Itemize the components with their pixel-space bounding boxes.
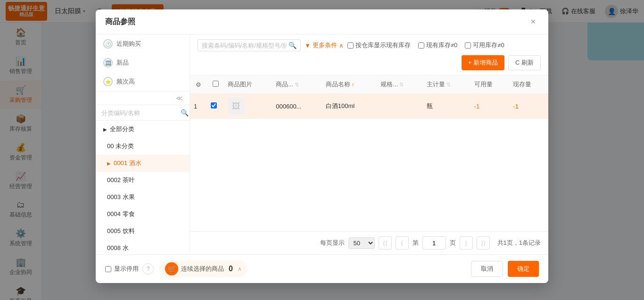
- category-search-icon[interactable]: 🔍: [181, 109, 189, 117]
- table-row[interactable]: 1 🖼 000600... 白酒100ml: [190, 94, 548, 119]
- modal-body: 🕐 近期购买 🆕 新品 ⭐ 频次高: [96, 34, 548, 254]
- toolbar-actions: + 新增商品 C 刷新: [462, 55, 541, 70]
- left-panel: 🕐 近期购买 🆕 新品 ⭐ 频次高: [96, 34, 190, 254]
- col-stock: 现存量: [509, 75, 548, 94]
- show-disabled-checkbox[interactable]: 显示停用: [105, 265, 139, 273]
- recent-label: 近期购买: [116, 40, 141, 48]
- col-code[interactable]: 商品...: [272, 75, 322, 94]
- star-icon: ⭐: [103, 77, 113, 86]
- modal-footer: 显示停用 ? 🛒 连续选择的商品 0 ∧ 取消 确定: [96, 254, 548, 283]
- add-product-button[interactable]: + 新增商品: [462, 55, 504, 70]
- category-beverages[interactable]: 0005 饮料: [96, 223, 190, 240]
- category-search-input[interactable]: [101, 109, 181, 117]
- footer-left: 显示停用: [105, 265, 139, 273]
- recent-icon: 🕐: [103, 39, 113, 49]
- filter-more-button[interactable]: ▼ 更多条件 ∧: [305, 41, 344, 50]
- page-next-button[interactable]: ⟩: [460, 236, 473, 250]
- col-name[interactable]: 商品名称: [322, 75, 377, 94]
- right-panel: 🔍 ▼ 更多条件 ∧ 按仓库显示现有库存: [190, 34, 548, 254]
- col-checkbox: [207, 75, 224, 94]
- col-spec[interactable]: 规格...: [377, 75, 423, 94]
- cancel-button[interactable]: 取消: [471, 261, 503, 277]
- row-index: 1: [190, 94, 207, 119]
- category-tea[interactable]: 0002 茶叶: [96, 172, 190, 189]
- show-disabled-label: 显示停用: [114, 265, 139, 273]
- checkbox-warehouse-label: 按仓库显示现有库存: [355, 41, 411, 50]
- product-search-box: 🔍: [198, 39, 301, 51]
- modal-overlay: 商品参照 × 🕐 近期购买 🆕 新品: [0, 0, 644, 300]
- product-search-icon[interactable]: 🔍: [289, 42, 297, 49]
- col-image: 商品图片: [224, 75, 272, 94]
- checkbox-warehouse-input[interactable]: [347, 42, 354, 49]
- checkbox-available-label: 可用库存≠0: [473, 41, 504, 50]
- pagination-total: 共1页，1条记录: [497, 239, 541, 247]
- category-all[interactable]: ▶ 全部分类: [96, 121, 190, 138]
- filter-checkboxes: 按仓库显示现有库存 现有库存≠0 可用库存≠0: [347, 41, 504, 50]
- col-settings[interactable]: ⚙: [190, 75, 207, 94]
- frequent-label: 频次高: [116, 77, 135, 86]
- search-toolbar: 🔍 ▼ 更多条件 ∧ 按仓库显示现有库存: [190, 34, 548, 75]
- checkbox-stock-label: 现有库存≠0: [426, 41, 457, 50]
- product-table-wrapper: ⚙ 商品图片 商品... 商品名称 规格... 主计量 可用量: [190, 75, 548, 231]
- tab-new[interactable]: 🆕 新品: [96, 53, 190, 72]
- per-page-select[interactable]: 50 10 20 100: [348, 237, 375, 249]
- category-uncategorized[interactable]: 00 未分类: [96, 138, 190, 155]
- col-available: 可用量: [471, 75, 510, 94]
- page-last-button[interactable]: ⟩⟩: [477, 236, 490, 250]
- row-stock: -1: [509, 94, 548, 119]
- row-checkbox[interactable]: [207, 94, 224, 119]
- show-disabled-input[interactable]: [105, 266, 111, 272]
- new-icon: 🆕: [103, 58, 113, 67]
- col-unit[interactable]: 主计量: [423, 75, 471, 94]
- row-available: -1: [471, 94, 510, 119]
- page-suffix: 页: [450, 239, 456, 247]
- cart-section[interactable]: 🛒 连续选择的商品 0 ∧: [159, 260, 248, 277]
- product-search-input[interactable]: [202, 42, 287, 49]
- checkbox-stock-input[interactable]: [418, 42, 424, 49]
- left-tabs: 🕐 近期购买 🆕 新品 ⭐ 频次高: [96, 34, 190, 92]
- page-label: 第: [413, 239, 419, 247]
- pagination: 每页显示 50 10 20 100 ⟨⟨ ⟨ 第 页 ⟩ ⟩⟩: [190, 231, 548, 254]
- help-button[interactable]: ?: [142, 263, 154, 275]
- cart-label: 连续选择的商品: [181, 265, 224, 273]
- all-categories-arrow: ▶: [103, 127, 107, 132]
- category-snacks[interactable]: 0004 零食: [96, 206, 190, 223]
- checkbox-warehouse[interactable]: 按仓库显示现有库存: [347, 41, 411, 50]
- filter-icon: ▼: [305, 42, 311, 49]
- per-page-label: 每页显示: [320, 239, 345, 247]
- checkbox-available[interactable]: 可用库存≠0: [465, 41, 504, 50]
- collapse-button[interactable]: ≪: [96, 92, 190, 105]
- cart-arrow-icon: ∧: [238, 266, 242, 272]
- select-all-checkbox[interactable]: [213, 81, 219, 87]
- modal-header: 商品参照 ×: [96, 9, 548, 34]
- page-first-button[interactable]: ⟨⟨: [379, 236, 392, 250]
- product-table: ⚙ 商品图片 商品... 商品名称 规格... 主计量 可用量: [190, 75, 548, 119]
- collapse-icon: ≪: [173, 93, 186, 103]
- filter-more-label: 更多条件: [313, 41, 337, 50]
- checkbox-stock[interactable]: 现有库存≠0: [418, 41, 457, 50]
- category-water[interactable]: 0008 水: [96, 240, 190, 254]
- page-prev-button[interactable]: ⟨: [396, 236, 409, 250]
- modal-title: 商品参照: [105, 17, 135, 27]
- tab-recent[interactable]: 🕐 近期购买: [96, 34, 190, 53]
- category-list: ▶ 全部分类 00 未分类 ▶ 0001 酒水 0002 茶叶: [96, 121, 190, 254]
- checkbox-available-input[interactable]: [465, 42, 471, 49]
- row-name: 白酒100ml: [322, 94, 377, 119]
- category-search: 🔍: [96, 105, 190, 121]
- page-input[interactable]: [422, 236, 446, 250]
- footer-right: 取消 确定: [471, 261, 539, 277]
- row-select-checkbox[interactable]: [211, 102, 217, 108]
- refresh-button[interactable]: C 刷新: [508, 55, 541, 70]
- confirm-button[interactable]: 确定: [508, 261, 539, 277]
- modal-close-button[interactable]: ×: [528, 16, 539, 27]
- tab-frequent[interactable]: ⭐ 频次高: [96, 72, 190, 91]
- row-code: 000600...: [272, 94, 322, 119]
- category-fruit[interactable]: 0003 水果: [96, 189, 190, 206]
- product-image: 🖼: [228, 98, 245, 115]
- category-liquor[interactable]: ▶ 0001 酒水: [96, 155, 190, 172]
- row-spec: [377, 94, 423, 119]
- cart-icon: 🛒: [165, 262, 178, 275]
- cart-count: 0: [229, 265, 233, 273]
- row-image: 🖼: [224, 94, 272, 119]
- active-category-arrow: ▶: [107, 161, 111, 166]
